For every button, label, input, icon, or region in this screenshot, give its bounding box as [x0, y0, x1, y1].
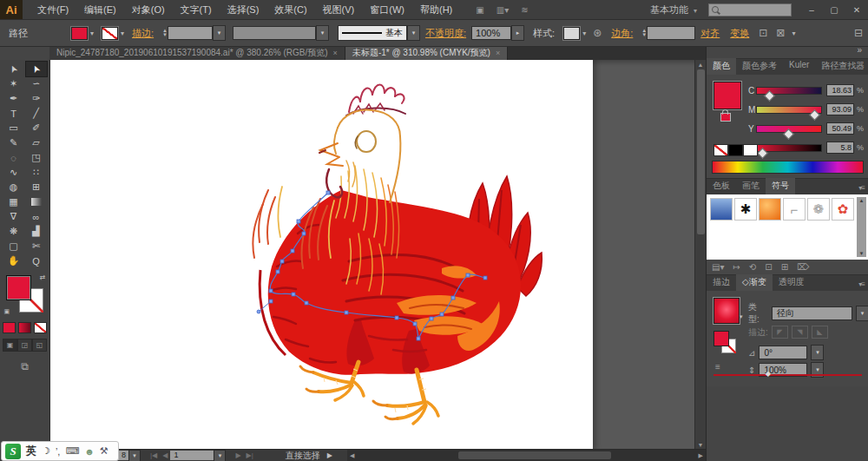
tab-pathfinder[interactable]: 路径查找器: [815, 58, 868, 75]
skin-icon[interactable]: ☻: [84, 446, 95, 457]
corner-field[interactable]: [647, 26, 695, 40]
language-toggle[interactable]: 英: [26, 444, 36, 458]
soft-keyboard-icon[interactable]: ⌨: [65, 445, 79, 457]
scroll-right-icon[interactable]: ▶: [696, 452, 706, 459]
channel-value-field[interactable]: 5.8: [826, 142, 854, 154]
draw-behind-button[interactable]: ◲: [17, 339, 32, 352]
panel-menu-icon[interactable]: ▾≡: [854, 280, 868, 291]
workspace-switcher[interactable]: 基本功能 ▾: [650, 3, 700, 16]
fill-proxy[interactable]: [6, 275, 31, 300]
scroll-down-icon[interactable]: ▼: [698, 442, 704, 448]
close-button[interactable]: ✕: [845, 5, 868, 15]
channel-value-field[interactable]: 18.63: [826, 84, 854, 96]
tab-kuler[interactable]: Kuler: [783, 58, 815, 75]
stroke-within-button[interactable]: ◤: [772, 326, 788, 339]
gradient-button[interactable]: [18, 322, 31, 333]
slice-tool[interactable]: ✄: [26, 239, 47, 254]
panel-menu-icon[interactable]: ▾≡: [854, 184, 868, 194]
color-button[interactable]: [3, 322, 16, 333]
menu-window[interactable]: 窗口(W): [362, 3, 412, 16]
chevron-down-icon[interactable]: ▾: [856, 306, 868, 321]
chevron-down-icon[interactable]: ▾: [316, 25, 329, 41]
brush-definition-select[interactable]: [233, 26, 316, 40]
stroke-along-button[interactable]: ◥: [792, 326, 808, 339]
symbol-sprayer-tool[interactable]: ❋: [3, 224, 24, 239]
horizontal-scrollbar[interactable]: ◀ ▶: [347, 450, 706, 461]
stroke-link[interactable]: 描边:: [132, 27, 154, 40]
style-swatch[interactable]: [563, 27, 580, 40]
slider-thumb[interactable]: [757, 148, 768, 159]
pencil-tool[interactable]: ✎: [3, 135, 24, 150]
menu-object[interactable]: 对象(O): [124, 3, 173, 16]
swap-fill-stroke-icon[interactable]: ⇄: [40, 273, 46, 281]
gradient-type-select[interactable]: 径向: [772, 306, 852, 320]
stroke-color-swatch[interactable]: [102, 27, 118, 40]
fill-color-swatch[interactable]: [71, 27, 88, 40]
next-artboard-icon[interactable]: ▶: [235, 451, 240, 459]
magic-wand-tool[interactable]: ✶: [3, 76, 24, 91]
draw-inside-button[interactable]: ◱: [32, 339, 47, 352]
scroll-up-icon[interactable]: ▲: [698, 62, 704, 68]
symbol-dashed-grid[interactable]: ⌐: [783, 198, 806, 221]
artboard-navigation-field[interactable]: 1: [170, 451, 214, 460]
chevron-down-icon[interactable]: ▾: [582, 30, 586, 37]
corner-link[interactable]: 边角:: [611, 27, 633, 40]
mesh-tool[interactable]: ▦: [3, 194, 24, 209]
menu-edit[interactable]: 编辑(E): [76, 3, 124, 16]
menu-file[interactable]: 文件(F): [30, 3, 76, 16]
channel-slider[interactable]: [756, 87, 821, 95]
menu-type[interactable]: 文字(T): [173, 3, 220, 16]
search-input[interactable]: [708, 3, 792, 16]
gradient-angle-field[interactable]: 0°: [759, 346, 807, 359]
active-fill-swatch[interactable]: [713, 82, 741, 109]
document-tab-untitled[interactable]: 未标题-1* @ 310.98% (CMYK/预览) ×: [345, 45, 508, 60]
symbol-blue-gradient[interactable]: [710, 198, 733, 221]
app-logo[interactable]: Ai: [0, 0, 23, 19]
close-tab-icon[interactable]: ×: [496, 49, 500, 57]
curvature-pen-tool[interactable]: ✑: [26, 91, 47, 106]
white-swatch[interactable]: [743, 144, 758, 156]
perspective-grid-tool[interactable]: ⊞: [26, 180, 47, 194]
scale-tool[interactable]: ◳: [26, 150, 47, 165]
channel-slider[interactable]: [756, 144, 821, 152]
symbol-gray-wreath[interactable]: ❁: [807, 198, 830, 221]
tab-brushes[interactable]: 画笔: [736, 178, 766, 194]
menu-effect[interactable]: 效果(C): [266, 3, 314, 16]
chevron-down-icon[interactable]: ▾: [740, 313, 743, 320]
chevron-right-icon[interactable]: ▸: [511, 25, 524, 41]
place-symbol-icon[interactable]: ↦: [733, 262, 740, 272]
arrange-documents-icon[interactable]: ▥▾: [496, 5, 509, 15]
gradient-fill-proxy[interactable]: [713, 331, 729, 346]
collapse-panels-icon[interactable]: »: [707, 45, 868, 58]
eraser-tool[interactable]: ▱: [26, 135, 47, 150]
default-fill-stroke-icon[interactable]: ▣: [4, 308, 10, 315]
fullhalf-moon-icon[interactable]: ☽: [42, 445, 50, 457]
none-button[interactable]: [34, 322, 47, 333]
gradient-fill-swatch[interactable]: [713, 298, 740, 324]
channel-value-field[interactable]: 50.49: [826, 122, 854, 135]
rectangle-tool[interactable]: ▭: [3, 121, 24, 135]
cs-live-icon[interactable]: ≋: [521, 5, 528, 15]
tab-color[interactable]: 颜色: [707, 58, 736, 75]
zoom-tool[interactable]: Q: [26, 254, 47, 268]
column-graph-tool[interactable]: ▟: [26, 224, 47, 239]
tab-symbols[interactable]: 符号: [766, 178, 795, 194]
chevron-down-icon[interactable]: ▾: [811, 345, 824, 360]
toolbox-icon[interactable]: ⚒: [100, 445, 108, 457]
rotate-tool[interactable]: ◌: [3, 150, 24, 165]
canvas-area[interactable]: ▲ ▼: [49, 60, 706, 450]
symbols-scrollbar[interactable]: ▲▼: [857, 197, 866, 257]
line-segment-tool[interactable]: ╱: [26, 106, 47, 121]
align-link[interactable]: 对齐: [700, 27, 720, 40]
tab-color-guide[interactable]: 颜色参考: [736, 58, 783, 75]
previous-artboard-icon[interactable]: ◀: [162, 451, 168, 459]
type-tool[interactable]: T: [3, 106, 24, 121]
none-swatch[interactable]: [713, 144, 728, 156]
opacity-link[interactable]: 不透明度:: [425, 27, 466, 40]
close-tab-icon[interactable]: ×: [333, 49, 338, 57]
gradient-slider[interactable]: ◆: [713, 374, 862, 376]
bridge-icon[interactable]: ▣: [476, 5, 483, 15]
selection-tool[interactable]: ➤: [3, 62, 24, 76]
zoom-dropdown-icon[interactable]: ▼: [128, 450, 141, 461]
reverse-gradient-icon[interactable]: ≡: [715, 362, 720, 372]
